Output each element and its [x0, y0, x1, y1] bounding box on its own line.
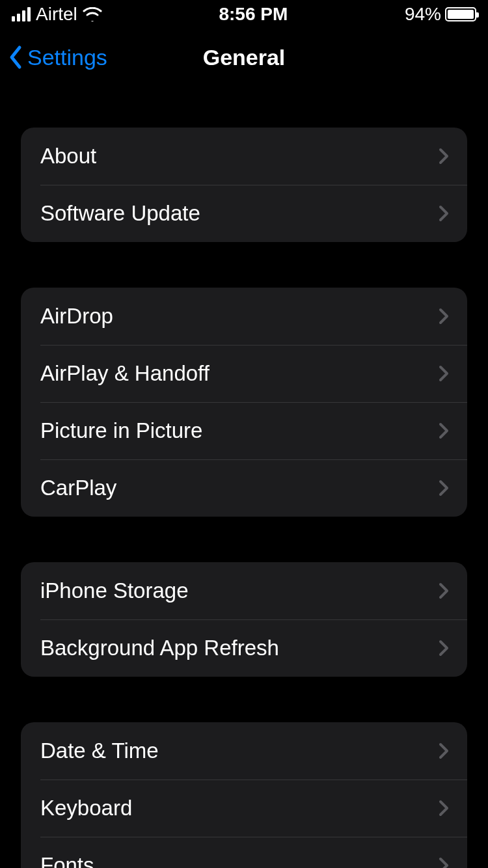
- group-storage: iPhone Storage Background App Refresh: [21, 562, 467, 677]
- chevron-right-icon: [439, 365, 449, 382]
- chevron-right-icon: [439, 857, 449, 868]
- row-carplay[interactable]: CarPlay: [21, 459, 467, 517]
- status-right: 94%: [405, 4, 476, 25]
- row-label: Picture in Picture: [40, 418, 202, 443]
- row-picture-in-picture[interactable]: Picture in Picture: [21, 402, 467, 459]
- row-keyboard[interactable]: Keyboard: [21, 780, 467, 837]
- chevron-right-icon: [439, 480, 449, 496]
- group-airdrop: AirDrop AirPlay & Handoff Picture in Pic…: [21, 288, 467, 517]
- chevron-left-icon: [8, 45, 23, 70]
- nav-bar: Settings General: [0, 29, 488, 86]
- content: About Software Update AirDrop AirPlay & …: [0, 86, 488, 868]
- chevron-right-icon: [439, 422, 449, 439]
- row-background-app-refresh[interactable]: Background App Refresh: [21, 619, 467, 677]
- status-time: 8:56 PM: [219, 4, 288, 25]
- wifi-icon: [83, 7, 102, 21]
- row-label: iPhone Storage: [40, 578, 189, 603]
- back-button[interactable]: Settings: [0, 45, 107, 70]
- back-label: Settings: [27, 45, 107, 70]
- row-label: About: [40, 144, 96, 169]
- row-software-update[interactable]: Software Update: [21, 185, 467, 242]
- status-bar: Airtel 8:56 PM 94%: [0, 0, 488, 29]
- row-date-time[interactable]: Date & Time: [21, 722, 467, 780]
- chevron-right-icon: [439, 800, 449, 817]
- row-label: Date & Time: [40, 739, 159, 763]
- row-label: Software Update: [40, 201, 200, 226]
- status-left: Airtel: [12, 4, 102, 25]
- signal-icon: [12, 7, 31, 21]
- row-about[interactable]: About: [21, 128, 467, 185]
- battery-percent: 94%: [405, 4, 441, 25]
- row-label: Keyboard: [40, 796, 132, 821]
- chevron-right-icon: [439, 582, 449, 599]
- row-label: Background App Refresh: [40, 636, 279, 660]
- chevron-right-icon: [439, 742, 449, 759]
- battery-icon: [445, 7, 476, 21]
- chevron-right-icon: [439, 308, 449, 325]
- row-label: CarPlay: [40, 476, 116, 500]
- row-fonts[interactable]: Fonts: [21, 837, 467, 868]
- chevron-right-icon: [439, 148, 449, 165]
- row-airdrop[interactable]: AirDrop: [21, 288, 467, 345]
- row-label: AirPlay & Handoff: [40, 361, 210, 386]
- row-label: AirDrop: [40, 304, 113, 329]
- carrier-label: Airtel: [36, 4, 77, 25]
- group-about: About Software Update: [21, 128, 467, 242]
- row-label: Fonts: [40, 853, 94, 868]
- group-date-time: Date & Time Keyboard Fonts: [21, 722, 467, 868]
- chevron-right-icon: [439, 205, 449, 222]
- row-iphone-storage[interactable]: iPhone Storage: [21, 562, 467, 619]
- chevron-right-icon: [439, 640, 449, 657]
- row-airplay-handoff[interactable]: AirPlay & Handoff: [21, 345, 467, 402]
